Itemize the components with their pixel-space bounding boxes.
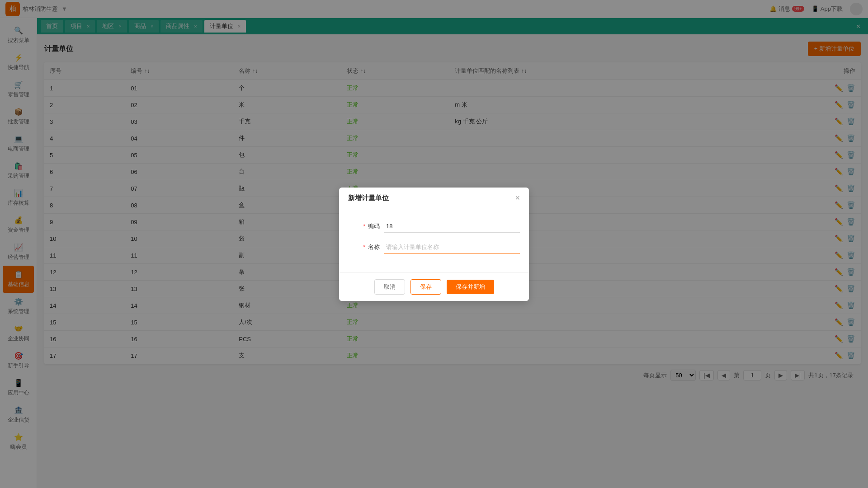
form-row-code: * 编码 <box>348 220 520 233</box>
modal-body: * 编码 * 名称 <box>339 209 529 272</box>
required-star-name: * <box>363 244 365 250</box>
required-star-code: * <box>363 223 365 230</box>
code-label: * 编码 <box>348 222 380 230</box>
name-label: * 名称 <box>348 243 380 251</box>
save-button[interactable]: 保存 <box>410 279 441 295</box>
modal-close-button[interactable]: × <box>515 194 520 202</box>
code-input[interactable] <box>384 220 520 233</box>
name-input[interactable] <box>384 241 520 253</box>
save-and-new-button[interactable]: 保存并新增 <box>447 280 494 294</box>
modal-header: 新增计量单位 × <box>339 188 529 209</box>
modal-add-unit: 新增计量单位 × * 编码 * 名称 取消 保存 保存并新增 <box>339 188 529 301</box>
form-row-name: * 名称 <box>348 241 520 253</box>
modal-title: 新增计量单位 <box>348 194 389 202</box>
modal-overlay: 新增计量单位 × * 编码 * 名称 取消 保存 保存并新增 <box>0 0 868 488</box>
modal-footer: 取消 保存 保存并新增 <box>339 272 529 301</box>
cancel-button[interactable]: 取消 <box>374 279 405 295</box>
